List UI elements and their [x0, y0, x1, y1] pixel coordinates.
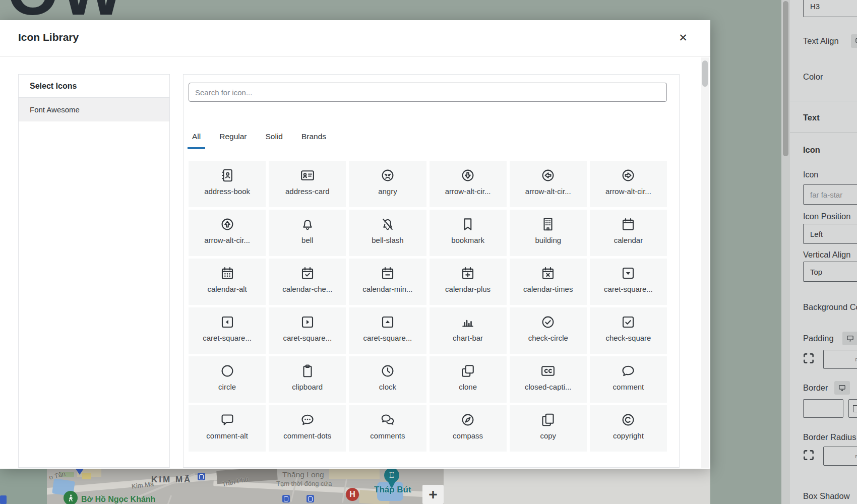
icon-card[interactable]: closed-capti...	[510, 356, 587, 403]
map-poi-status: Tạm thời đóng cửa	[276, 480, 332, 487]
icon-card-label: bookmark	[430, 236, 507, 244]
icon-card-label: comments	[349, 431, 426, 440]
icon-card[interactable]: check-square	[590, 307, 667, 354]
modal-scrollbar[interactable]	[701, 57, 709, 468]
icon-card-label: calendar-times	[510, 285, 587, 293]
icon-value-input[interactable]: far fa-star	[803, 184, 857, 205]
icon-card[interactable]: bookmark	[430, 210, 507, 256]
icon-card[interactable]: calendar-min...	[349, 259, 426, 305]
icon-card[interactable]: circle	[189, 356, 266, 403]
icon-card[interactable]: copy	[510, 405, 587, 452]
icon-card-label: calendar-plus	[430, 285, 507, 293]
google-map-embed[interactable]: o Tấn Kim Mã KIM MÃ Trần Phú Thăng Long …	[47, 469, 444, 504]
clone-icon	[430, 363, 507, 379]
border-style-select[interactable]	[848, 399, 857, 418]
padding-link-values-icon[interactable]	[802, 352, 815, 365]
icon-card-label: clipboard	[269, 383, 346, 391]
icon-field-label: Icon	[803, 170, 818, 179]
icon-card[interactable]: arrow-alt-cir...	[590, 161, 667, 207]
border-radius-link-values-icon[interactable]	[802, 449, 815, 462]
icon-card-label: check-circle	[510, 334, 587, 342]
hospital-marker: H	[346, 488, 359, 501]
icon-card-label: arrow-alt-cir...	[590, 187, 667, 196]
text-section-header[interactable]: Text	[803, 113, 820, 122]
tab-brands[interactable]: Brands	[297, 129, 331, 149]
icon-card-label: copy	[510, 431, 587, 440]
icon-card-label: arrow-alt-cir...	[430, 187, 507, 196]
vertical-align-select[interactable]: Top	[803, 262, 857, 282]
icon-position-select[interactable]: Left	[803, 224, 857, 244]
icon-card[interactable]: caret-square...	[349, 307, 426, 354]
tab-regular[interactable]: Regular	[215, 129, 251, 149]
modal-scrollbar-thumb[interactable]	[702, 60, 708, 87]
caret-square-right-icon	[269, 314, 346, 330]
icon-card[interactable]: clipboard	[269, 356, 346, 403]
icon-card[interactable]: chart-bar	[430, 307, 507, 354]
padding-label: Padding	[803, 334, 834, 343]
icon-card[interactable]: check-circle	[510, 307, 587, 354]
icon-card[interactable]: calendar	[590, 210, 667, 256]
map-zoom-in-button[interactable]: +	[422, 485, 444, 504]
icon-card-label: chart-bar	[430, 334, 507, 342]
icon-card[interactable]: calendar-plus	[430, 259, 507, 305]
vertical-align-label: Vertical Align	[803, 250, 850, 260]
angry-face-icon	[349, 168, 426, 183]
icon-card[interactable]: building	[510, 210, 587, 256]
icon-grid: address-bookaddress-cardangryarrow-alt-c…	[189, 161, 667, 452]
icon-source-font-awesome[interactable]: Font Awesome	[19, 98, 169, 121]
border-radius-input[interactable]: PX	[823, 447, 857, 466]
icon-card[interactable]: calendar-times	[510, 259, 587, 305]
arrow-alt-circle-left-icon	[510, 168, 587, 183]
icon-section-header[interactable]: Icon	[803, 145, 820, 155]
building-icon	[510, 217, 587, 232]
border-responsive-button[interactable]	[834, 381, 850, 395]
tab-all[interactable]: All	[188, 129, 205, 149]
icon-card[interactable]: caret-square...	[269, 307, 346, 354]
icon-card[interactable]: arrow-alt-cir...	[510, 161, 587, 207]
padding-input[interactable]: PX	[823, 350, 857, 369]
icon-card[interactable]: comments	[349, 405, 426, 452]
close-icon[interactable]: ✕	[676, 30, 691, 45]
section-divider	[790, 101, 857, 101]
arrow-alt-circle-down-icon	[430, 168, 507, 183]
icon-card[interactable]: bell	[269, 210, 346, 256]
padding-responsive-button[interactable]	[842, 332, 857, 345]
map-road	[165, 495, 172, 504]
circle-icon	[189, 363, 266, 379]
icon-card[interactable]: calendar-alt	[189, 259, 266, 305]
border-width-input[interactable]	[803, 399, 843, 418]
icon-card[interactable]: calendar-che...	[269, 259, 346, 305]
calendar-times-icon	[510, 266, 587, 281]
icon-card[interactable]: address-book	[189, 161, 266, 207]
calendar-plus-icon	[430, 266, 507, 281]
icon-value-text: far fa-star	[810, 191, 842, 199]
icon-card[interactable]: angry	[349, 161, 426, 207]
icon-card[interactable]: comment-dots	[269, 405, 346, 452]
icon-card[interactable]: bell-slash	[349, 210, 426, 256]
tab-solid[interactable]: Solid	[261, 129, 287, 149]
icon-card-label: address-card	[269, 187, 346, 196]
icon-card[interactable]: comment	[590, 356, 667, 403]
calendar-check-icon	[269, 266, 346, 281]
icon-card[interactable]: clone	[430, 356, 507, 403]
icon-card-label: circle	[189, 383, 266, 391]
icon-card[interactable]: copyright	[590, 405, 667, 452]
copy-icon	[510, 412, 587, 427]
icon-card[interactable]: arrow-alt-cir...	[189, 210, 266, 256]
map-landmark-label: Tháp Bút	[374, 485, 411, 495]
search-input[interactable]	[189, 83, 667, 102]
icon-card[interactable]: comment-alt	[189, 405, 266, 452]
transit-station-icon	[307, 495, 314, 502]
arrow-alt-circle-up-icon	[189, 217, 266, 232]
icon-card[interactable]: arrow-alt-cir...	[430, 161, 507, 207]
clipboard-icon	[269, 363, 346, 379]
window-scrollbar[interactable]	[781, 0, 790, 504]
icon-card[interactable]: compass	[430, 405, 507, 452]
icon-card[interactable]: clock	[349, 356, 426, 403]
window-scrollbar-thumb[interactable]	[783, 1, 788, 156]
icon-card[interactable]: caret-square...	[590, 259, 667, 305]
icon-card[interactable]: caret-square...	[189, 307, 266, 354]
icon-card[interactable]: address-card	[269, 161, 346, 207]
text-align-responsive-button[interactable]	[851, 34, 857, 48]
heading-level-select[interactable]: H3	[803, 0, 857, 17]
